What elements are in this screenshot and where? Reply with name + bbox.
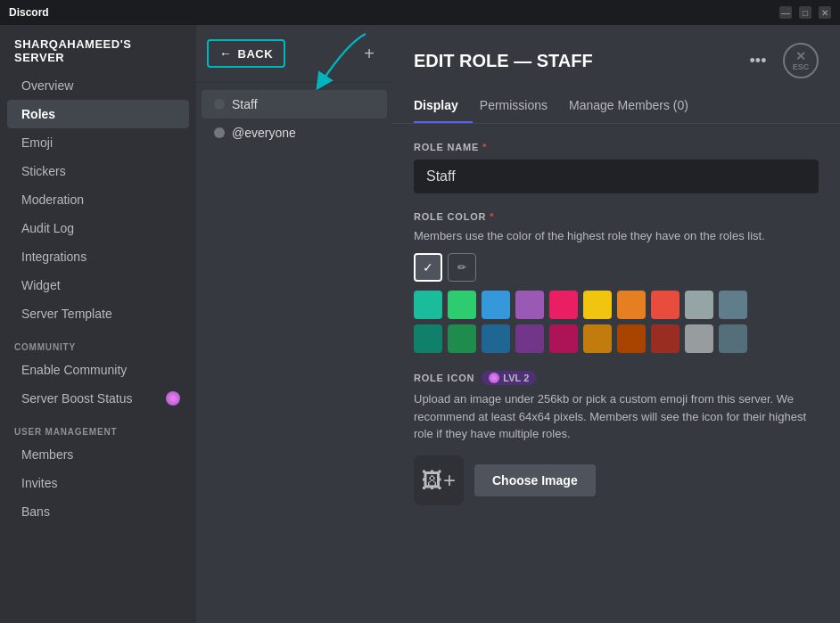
color-swatch-14[interactable] [515, 324, 544, 353]
color-swatch-10[interactable] [719, 291, 747, 319]
required-indicator-color: * [490, 211, 494, 222]
app-title: Discord [9, 6, 49, 19]
color-swatch-1[interactable] [414, 291, 442, 319]
sidebar-item-integrations[interactable]: Integrations [7, 242, 189, 271]
role-name-label: ROLE NAME * [414, 142, 819, 152]
minimize-button[interactable]: — [779, 6, 792, 19]
color-swatch-2[interactable] [448, 291, 476, 319]
community-section-label: COMMUNITY [0, 328, 196, 356]
sidebar-item-roles[interactable]: Roles [7, 100, 189, 128]
sidebar-item-members[interactable]: Members [7, 440, 189, 469]
role-dot-everyone [214, 127, 225, 138]
role-icon-actions: 🖼+ Choose Image [414, 455, 819, 505]
color-swatches-row1 [414, 291, 819, 319]
color-swatch-13[interactable] [482, 324, 510, 353]
sidebar-item-bans[interactable]: Bans [7, 497, 189, 526]
required-indicator: * [482, 142, 487, 152]
color-swatch-custom[interactable]: ✏ [448, 253, 476, 282]
role-item-staff[interactable]: Staff [202, 90, 387, 119]
edit-role-panel: EDIT ROLE — STAFF ••• ✕ ESC Display Perm… [392, 25, 840, 623]
emoji-plus-icon: 🖼+ [422, 468, 456, 493]
tab-permissions[interactable]: Permissions [480, 89, 562, 123]
custom-emoji-button[interactable]: 🖼+ [414, 455, 464, 505]
role-list-panel: ← BACK + Staff @everyone [196, 25, 392, 623]
main-content: ROLE NAME * ROLE COLOR * Members use the… [392, 124, 840, 623]
color-swatch-15[interactable] [549, 324, 578, 353]
choose-image-button[interactable]: Choose Image [474, 464, 596, 496]
sidebar-item-audit-log[interactable]: Audit Log [7, 214, 189, 242]
role-icon-label: ROLE ICON [414, 373, 474, 383]
sidebar-item-server-template[interactable]: Server Template [7, 299, 189, 328]
sidebar-item-stickers[interactable]: Stickers [7, 157, 189, 185]
more-options-button[interactable]: ••• [744, 46, 772, 75]
back-arrow-icon: ← [219, 46, 233, 61]
color-swatch-17[interactable] [617, 324, 646, 353]
role-color-label: ROLE COLOR * [414, 211, 819, 222]
add-role-button[interactable]: + [357, 41, 382, 66]
role-color-description: Members use the color of the highest rol… [414, 229, 819, 242]
settings-sidebar: Sharqahameed's Server Overview Roles Emo… [0, 25, 196, 623]
color-swatch-4[interactable] [515, 291, 544, 319]
color-swatch-8[interactable] [651, 291, 679, 319]
tab-bar: Display Permissions Manage Members (0) [392, 89, 840, 124]
tab-manage-members[interactable]: Manage Members (0) [569, 89, 703, 123]
color-swatch-18[interactable] [651, 324, 679, 353]
sidebar-item-overview[interactable]: Overview [7, 71, 189, 100]
role-list: Staff @everyone [196, 83, 392, 154]
color-swatch-3[interactable] [482, 291, 510, 319]
sidebar-item-server-boost[interactable]: Server Boost Status [7, 384, 189, 413]
sidebar-item-widget[interactable]: Widget [7, 271, 189, 299]
close-button[interactable]: ✕ [819, 6, 831, 19]
edit-role-header: EDIT ROLE — STAFF ••• ✕ ESC [392, 25, 840, 78]
page-title: EDIT ROLE — STAFF [414, 51, 733, 71]
boost-icon-small [489, 373, 499, 383]
color-swatch-12[interactable] [448, 324, 476, 353]
color-swatch-20[interactable] [719, 324, 747, 353]
role-list-header: ← BACK + [196, 25, 392, 83]
role-icon-section: ROLE ICON LVL 2 Upload an image under 25… [414, 371, 819, 505]
role-icon-description: Upload an image under 256kb or pick a cu… [414, 390, 819, 443]
lvl-badge: LVL 2 [482, 371, 536, 385]
tab-display[interactable]: Display [414, 89, 473, 123]
color-swatch-11[interactable] [414, 324, 442, 353]
color-swatch-5[interactable] [549, 291, 578, 319]
sidebar-item-moderation[interactable]: Moderation [7, 185, 189, 214]
server-name: Sharqahameed's Server [0, 25, 196, 71]
close-x-icon: ✕ [795, 50, 806, 62]
window-controls: — □ ✕ [779, 6, 831, 19]
sidebar-item-emoji[interactable]: Emoji [7, 128, 189, 157]
pencil-icon: ✏ [457, 261, 466, 274]
color-swatch-6[interactable] [583, 291, 612, 319]
role-name-input[interactable] [414, 160, 819, 193]
color-swatch-9[interactable] [685, 291, 713, 319]
color-swatch-7[interactable] [617, 291, 646, 319]
color-swatch-19[interactable] [685, 324, 713, 353]
app-body: Sharqahameed's Server Overview Roles Emo… [0, 25, 840, 623]
sidebar-item-enable-community[interactable]: Enable Community [7, 356, 189, 384]
color-swatch-default[interactable]: ✓ [414, 253, 442, 282]
user-management-section-label: USER MANAGEMENT [0, 413, 196, 440]
titlebar: Discord — □ ✕ [0, 0, 840, 25]
back-button[interactable]: ← BACK [207, 39, 285, 68]
close-button[interactable]: ✕ ESC [783, 43, 819, 78]
role-icon-label-row: ROLE ICON LVL 2 [414, 371, 819, 385]
boost-icon [166, 391, 180, 406]
role-dot-staff [214, 99, 225, 110]
esc-label: ESC [793, 62, 810, 71]
role-color-section: ROLE COLOR * Members use the color of th… [414, 211, 819, 353]
color-swatches-row2 [414, 324, 819, 353]
sidebar-item-invites[interactable]: Invites [7, 469, 189, 497]
maximize-button[interactable]: □ [799, 6, 811, 19]
check-icon: ✓ [423, 260, 433, 275]
color-swatch-16[interactable] [583, 324, 612, 353]
role-item-everyone[interactable]: @everyone [202, 119, 387, 147]
